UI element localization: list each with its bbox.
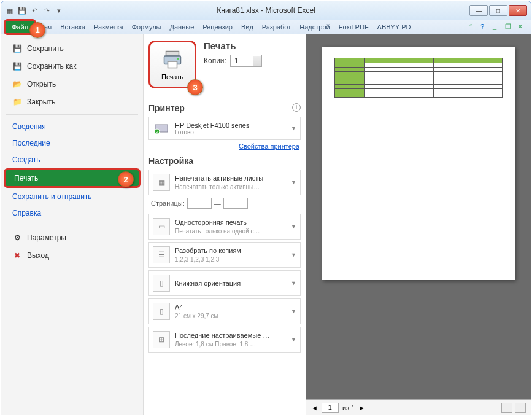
nav-separator [6,114,138,115]
collapse-ribbon-icon[interactable]: ⌃ [468,23,477,31]
tab-insert[interactable]: Вставка [56,21,90,33]
save-icon: 💾 [12,44,22,53]
copies-label: Копии: [204,57,226,65]
orientation-selector[interactable]: ▯ Книжная ориентация ▼ [148,270,301,296]
tab-data[interactable]: Данные [166,21,199,33]
print-preview-panel: ◄ 1 из 1 ► [306,34,531,415]
printer-device-icon: ✓ [153,121,170,136]
nav-options[interactable]: ⚙Параметры [4,229,141,246]
nav-save[interactable]: 💾Сохранить [4,40,141,57]
open-icon: 📂 [12,79,22,89]
printer-properties-link[interactable]: Свойства принтера [150,142,299,150]
maximize-button[interactable]: □ [489,5,507,16]
pages-from-input[interactable] [187,198,212,209]
collate-selector[interactable]: ☰ Разобрать по копиям1,2,3 1,2,3 1,2,3 ▼ [148,242,301,268]
svg-point-3 [177,58,179,60]
margins-selector[interactable]: ⊞ Последние настраиваемые …Левое: 1,8 см… [148,327,301,353]
tab-view[interactable]: Вид [237,21,258,33]
chevron-down-icon: ▼ [291,337,296,343]
preview-table [334,58,503,98]
zoom-page-button[interactable] [515,403,526,413]
portrait-icon: ▯ [153,275,170,292]
tab-addins[interactable]: Надстрой [295,21,334,33]
nav-separator [6,225,138,225]
oneside-icon: ▭ [153,218,170,235]
nav-saveas[interactable]: 💾Сохранить как [4,58,141,75]
nav-exit[interactable]: ✖Выход [4,247,141,264]
chevron-down-icon: ▼ [291,179,296,185]
titlebar: ▦ 💾 ↶ ↷ ▾ Книга81.xlsx - Microsoft Excel… [1,1,531,20]
help-icon[interactable]: ? [480,23,489,31]
paper-selector[interactable]: ▯ A421 см x 29,7 см ▼ [148,298,301,324]
nav-help[interactable]: Справка [4,205,141,221]
minimize-button[interactable]: — [469,5,488,16]
collate-icon: ☰ [153,246,170,263]
tab-formulas[interactable]: Формулы [128,21,166,33]
svg-text:✓: ✓ [156,130,159,134]
prev-page-button[interactable]: ◄ [311,404,318,411]
pages-to-input[interactable] [223,198,248,209]
mdi-min-icon[interactable]: _ [493,23,501,31]
undo-icon[interactable]: ↶ [29,6,39,15]
copies-spinner[interactable]: 1 [230,55,262,67]
print-heading: Печать [204,41,262,51]
callout-2: 2 [118,171,134,187]
close-button[interactable]: ✕ [509,5,527,16]
chevron-down-icon: ▼ [291,224,296,230]
print-settings-panel: Печать 3 Печать Копии: 1 Принтерi ✓ HP D… [144,34,306,415]
callout-3: 3 [187,79,203,95]
ribbon-tabs: Файл 1 ная Вставка Разметка Формулы Данн… [1,20,531,34]
sides-selector[interactable]: ▭ Односторонняя печатьПечатать только на… [148,214,301,240]
saveas-icon: 💾 [12,61,22,71]
tab-file[interactable]: Файл 1 [4,19,36,35]
printer-heading: Принтер [148,103,185,113]
preview-navbar: ◄ 1 из 1 ► [306,399,531,415]
svg-rect-2 [168,61,177,68]
options-icon: ⚙ [12,233,22,243]
svg-rect-0 [166,52,179,57]
tab-foxit[interactable]: Foxit PDF [334,21,373,33]
mdi-close-icon[interactable]: ✕ [517,23,526,31]
chevron-down-icon: ▼ [291,125,296,131]
info-icon[interactable]: i [292,103,301,112]
tab-dev[interactable]: Разработ [258,21,295,33]
sheets-icon: ▦ [153,174,170,191]
quick-access-toolbar: ▦ 💾 ↶ ↷ ▾ [5,6,64,15]
next-page-button[interactable]: ► [358,404,365,411]
page-number-input[interactable]: 1 [322,403,339,413]
print-what-selector[interactable]: ▦ Напечатать активные листыНапечатать то… [148,170,301,195]
tab-layout[interactable]: Разметка [90,21,128,33]
nav-open[interactable]: 📂Открыть [4,76,141,93]
excel-icon: ▦ [5,6,15,15]
print-button-label: Печать [161,73,183,80]
tab-review[interactable]: Рецензир [198,21,237,33]
printer-selector[interactable]: ✓ HP Deskjet F4100 seriesГотово ▼ [148,117,301,140]
exit-icon: ✖ [12,251,22,260]
window-title: Книга81.xlsx - Microsoft Excel [217,6,315,15]
nav-print[interactable]: Печать 2 [4,168,141,188]
close-icon: 📁 [12,97,22,107]
nav-close[interactable]: 📁Закрыть [4,93,141,111]
pages-label: Страницы: [151,200,185,207]
margins-icon: ⊞ [153,331,170,348]
backstage-nav: 💾Сохранить 💾Сохранить как 📂Открыть 📁Закр… [1,34,144,415]
chevron-down-icon: ▼ [291,252,296,258]
save-icon[interactable]: 💾 [17,6,27,15]
printer-name: HP Deskjet F4100 series [175,122,249,129]
mdi-restore-icon[interactable]: ❐ [505,23,514,31]
printer-status: Готово [175,129,249,136]
chevron-down-icon: ▼ [291,308,296,314]
nav-recent[interactable]: Последние [4,135,141,151]
preview-page [322,47,515,280]
show-margins-button[interactable] [501,403,512,413]
nav-new[interactable]: Создать [4,152,141,168]
redo-icon[interactable]: ↷ [42,6,52,15]
printer-icon [161,49,183,71]
print-button[interactable]: Печать 3 [148,41,196,88]
nav-info[interactable]: Сведения [4,119,141,134]
nav-share[interactable]: Сохранить и отправить [4,189,141,205]
page-of-label: из 1 [342,404,355,411]
tab-abbyy[interactable]: ABBYY PD [373,21,415,33]
paper-icon: ▯ [153,303,170,320]
qat-more-icon[interactable]: ▾ [54,6,64,15]
